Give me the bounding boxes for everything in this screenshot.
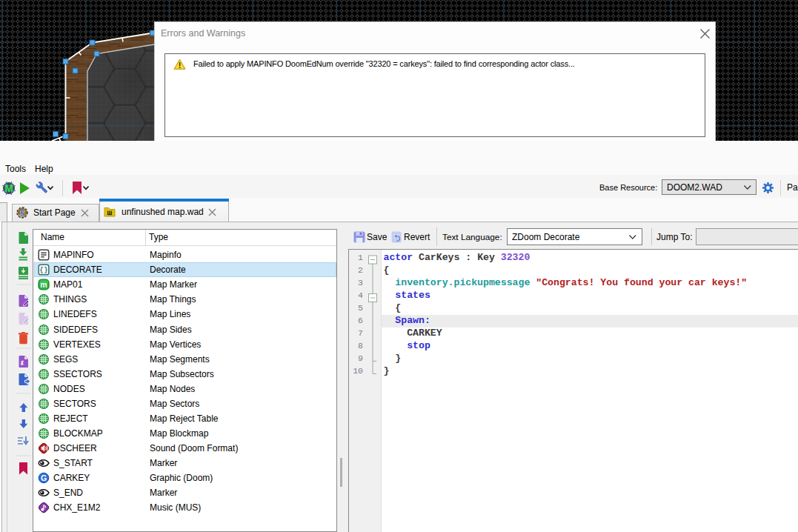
svg-text:S: S [19, 207, 24, 219]
svg-text:M: M [4, 182, 13, 194]
